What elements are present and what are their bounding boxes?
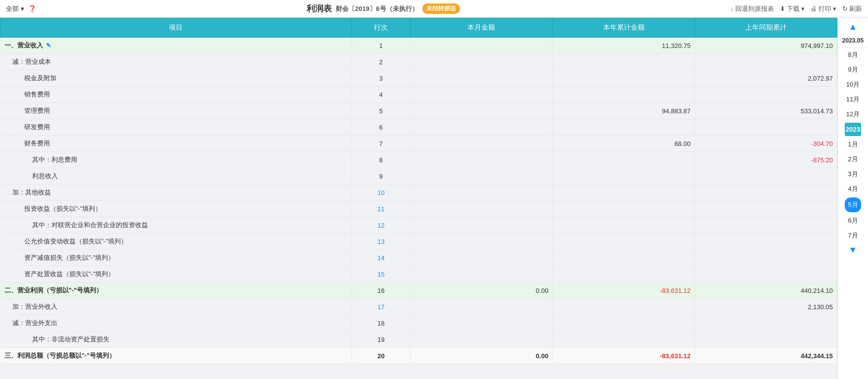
- print-icon: 🖨: [811, 5, 817, 12]
- cell-month: [410, 70, 553, 87]
- cell-month: 0.00: [410, 283, 553, 299]
- month-item[interactable]: 5月: [845, 197, 861, 212]
- cell-ytd: [553, 152, 695, 168]
- cell-ytd: [553, 185, 695, 201]
- cell-row: 2: [352, 54, 410, 70]
- scroll-down-icon[interactable]: ▼: [847, 243, 860, 257]
- cell-ytd: [553, 250, 695, 266]
- cell-row: 18: [352, 315, 410, 332]
- cell-row: 11: [352, 201, 410, 217]
- cell-ytd: [553, 234, 695, 250]
- month-item[interactable]: 2023: [845, 123, 861, 136]
- table-row: 二、营业利润（亏损以"-"号填列） 16 0.00 -83,631.12 440…: [0, 283, 837, 299]
- cell-prev: [695, 185, 837, 201]
- cell-row: 8: [352, 152, 410, 168]
- cell-month: [410, 234, 553, 250]
- cell-month: [410, 250, 553, 266]
- table-row: 三、利润总额（亏损总额以"-"号填列） 20 0.00 -83,631.12 4…: [0, 348, 837, 364]
- cell-item: 减：营业外支出: [0, 315, 352, 332]
- month-item[interactable]: 3月: [843, 167, 863, 182]
- table-row: 资产处置收益（损失以"-"填列） 15: [0, 266, 837, 283]
- cell-prev: 2,072.97: [695, 70, 837, 87]
- download-button[interactable]: ⬇ 下载 ▾: [780, 4, 805, 13]
- cell-ytd: [553, 299, 695, 315]
- table-area[interactable]: 项目 行次 本月金额 本年累计金额 上年同期累计 一、营业收入✎ 1 11,32…: [0, 18, 837, 379]
- cell-ytd: [553, 54, 695, 70]
- back-button[interactable]: ↓ 回退到原报表: [730, 4, 774, 13]
- chevron-down-icon: ▾: [21, 5, 24, 12]
- chevron-icon2: ▾: [833, 5, 836, 12]
- cell-prev: [695, 119, 837, 136]
- cell-prev: [695, 266, 837, 283]
- income-table: 项目 行次 本月金额 本年累计金额 上年同期累计 一、营业收入✎ 1 11,32…: [0, 18, 837, 364]
- month-item[interactable]: 7月: [843, 228, 863, 243]
- sidebar-title: 2023.05: [838, 34, 868, 47]
- cell-row: 9: [352, 168, 410, 185]
- month-item[interactable]: 1月: [843, 137, 863, 152]
- scroll-up-icon[interactable]: ▲: [847, 20, 860, 34]
- cell-row: 7: [352, 136, 410, 152]
- status-badge: 未结转损益: [422, 3, 460, 14]
- cell-item: 资产减值损失（损失以"-"填列）: [0, 250, 352, 266]
- cell-ytd: [553, 168, 695, 185]
- month-item[interactable]: 6月: [843, 213, 863, 228]
- table-row: 其中：利息费用 8 -875.20: [0, 152, 837, 168]
- table-row: 管理费用 5 94,883.87 533,014.73: [0, 103, 837, 119]
- table-row: 投资收益（损失以"-"填列） 11: [0, 201, 837, 217]
- cell-item: 财务费用: [0, 136, 352, 152]
- scope-selector[interactable]: 全部 ▾: [6, 4, 24, 13]
- cell-prev: [695, 332, 837, 348]
- table-row: 一、营业收入✎ 1 11,320.75 974,997.10: [0, 38, 837, 54]
- cell-prev: [695, 201, 837, 217]
- header-center: 利润表 财会〔2019〕6号（未执行） 未结转损益: [306, 3, 460, 14]
- col-header-ytd: 本年累计金额: [553, 18, 695, 38]
- cell-item: 一、营业收入✎: [0, 38, 352, 54]
- cell-item: 二、营业利润（亏损以"-"号填列）: [0, 283, 352, 299]
- refresh-button[interactable]: ↻ 刷新: [842, 4, 862, 13]
- cell-month: [410, 103, 553, 119]
- main-layout: 项目 行次 本月金额 本年累计金额 上年同期累计 一、营业收入✎ 1 11,32…: [0, 18, 868, 379]
- cell-item: 加：其他收益: [0, 185, 352, 201]
- cell-ytd: [553, 119, 695, 136]
- cell-item: 销售费用: [0, 87, 352, 103]
- cell-item: 其中：利息费用: [0, 152, 352, 168]
- cell-row: 5: [352, 103, 410, 119]
- cell-ytd: -83,631.12: [553, 348, 695, 364]
- cell-row: 14: [352, 250, 410, 266]
- cell-row: 4: [352, 87, 410, 103]
- col-header-month: 本月金额: [410, 18, 553, 38]
- cell-prev: [695, 217, 837, 234]
- cell-month: [410, 87, 553, 103]
- edit-icon[interactable]: ✎: [46, 42, 51, 49]
- cell-month: [410, 136, 553, 152]
- header-left: 全部 ▾ ❓: [6, 4, 36, 13]
- cell-item: 管理费用: [0, 103, 352, 119]
- cell-item: 加：营业外收入: [0, 299, 352, 315]
- refresh-icon: ↻: [842, 5, 848, 12]
- month-item[interactable]: 8月: [843, 47, 863, 62]
- cell-row: 3: [352, 70, 410, 87]
- cell-ytd: [553, 217, 695, 234]
- cell-item: 税金及附加: [0, 70, 352, 87]
- cell-item: 其中：非流动资产处置损失: [0, 332, 352, 348]
- month-item[interactable]: 2月: [843, 152, 863, 167]
- month-item[interactable]: 12月: [843, 107, 863, 122]
- month-item[interactable]: 10月: [843, 77, 863, 92]
- month-item[interactable]: 9月: [843, 62, 863, 77]
- help-icon[interactable]: ❓: [28, 5, 36, 12]
- table-row: 加：其他收益 10: [0, 185, 837, 201]
- month-item[interactable]: 11月: [843, 92, 863, 107]
- cell-prev: 2,130.05: [695, 299, 837, 315]
- cell-row: 6: [352, 119, 410, 136]
- cell-prev: [695, 87, 837, 103]
- cell-month: [410, 332, 553, 348]
- month-item[interactable]: 4月: [843, 182, 863, 196]
- cell-item: 研发费用: [0, 119, 352, 136]
- table-row: 财务费用 7 68.00 -304.70: [0, 136, 837, 152]
- header-bar: 全部 ▾ ❓ 利润表 财会〔2019〕6号（未执行） 未结转损益 ↓ 回退到原报…: [0, 0, 868, 18]
- cell-row: 15: [352, 266, 410, 283]
- cell-row: 1: [352, 38, 410, 54]
- print-button[interactable]: 🖨 打印 ▾: [811, 4, 836, 13]
- cell-ytd: [553, 201, 695, 217]
- cell-month: [410, 315, 553, 332]
